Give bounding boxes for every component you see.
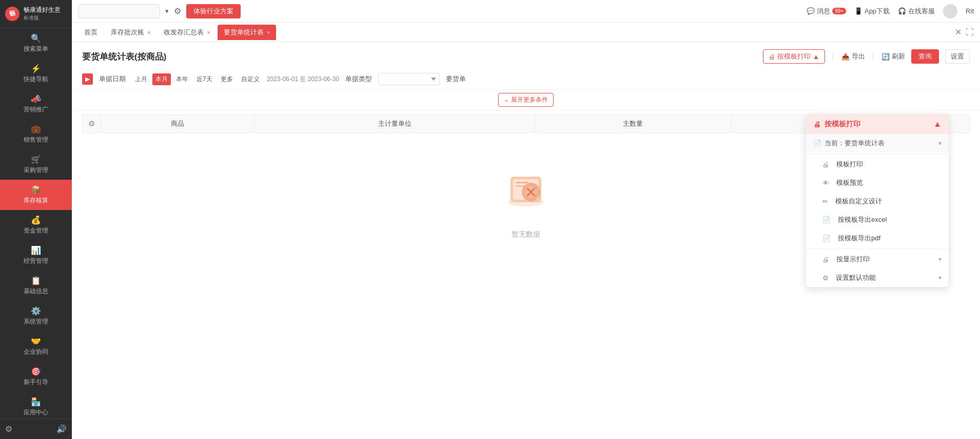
filter-toggle-btn[interactable]: ▶ <box>82 73 93 85</box>
date-this-month[interactable]: 本月 <box>152 73 171 85</box>
date-this-year[interactable]: 本年 <box>173 73 191 85</box>
template-custom-item[interactable]: ✏ 模板自定义设计 <box>806 192 949 211</box>
query-btn[interactable]: 查询 <box>911 49 939 64</box>
tabs-expand-btn[interactable]: ⛶ <box>966 27 974 37</box>
sidebar-item-label: 系统管理 <box>24 317 48 326</box>
print-dropdown-close-btn[interactable]: ▲ <box>933 120 942 129</box>
type-filter-label: 单据类型 <box>345 74 372 84</box>
print-dropdown-title-group: 🖨 按模板打印 <box>813 120 860 129</box>
app-download-btn[interactable]: 📱 App下载 <box>854 7 890 16</box>
tab-home[interactable]: 首页 <box>78 25 104 40</box>
template-export-pdf-item[interactable]: 📄 按模板导出pdf <box>806 229 949 247</box>
tab-close-inventory-batch[interactable]: × <box>147 29 150 35</box>
sidebar-item-search[interactable]: 🔍 搜索菜单 <box>0 28 72 59</box>
expand-more-icon: ⌄ <box>504 96 509 103</box>
date-last-month[interactable]: 上月 <box>132 73 150 85</box>
svg-rect-7 <box>516 182 528 183</box>
search-icon: 🔍 <box>31 33 41 43</box>
service-icon: 🎧 <box>898 7 906 15</box>
sidebar-item-finance[interactable]: 💰 资金管理 <box>0 210 72 240</box>
tabs-close-all-btn[interactable]: ✕ <box>955 27 962 37</box>
tab-close-order-stats[interactable]: × <box>267 29 270 35</box>
online-service-btn[interactable]: 🎧 在线客服 <box>898 7 935 16</box>
expand-more-btn[interactable]: ⌄ 展开更多条件 <box>498 93 553 107</box>
date-7days[interactable]: 近7天 <box>193 73 215 85</box>
print-template-btn[interactable]: 🖨 按模板打印 ▲ <box>763 49 825 64</box>
set-default-icon: ⚙ <box>822 274 829 282</box>
sidebar-item-operation[interactable]: 📊 经营管理 <box>0 240 72 271</box>
trial-btn[interactable]: 体验行业方案 <box>186 4 241 18</box>
export-btn[interactable]: 📤 导出 <box>841 52 865 61</box>
topbar-search-input[interactable] <box>78 4 160 18</box>
speaker-icon[interactable]: 🔊 <box>56 424 67 434</box>
tab-receipts-summary[interactable]: 收发存汇总表 × <box>158 25 216 40</box>
sidebar-item-label: 搜索菜单 <box>24 45 48 53</box>
template-custom-icon: ✏ <box>822 198 828 205</box>
purchase-icon: 🛒 <box>31 155 41 164</box>
current-arrow-icon: ▾ <box>938 140 942 147</box>
settings-bottom-icon[interactable]: ⚙ <box>5 424 12 434</box>
template-preview-item[interactable]: 👁 模板预览 <box>806 174 949 192</box>
sidebar-item-appstore[interactable]: 🏪 应用中心 <box>0 392 72 418</box>
export-icon: 📤 <box>841 53 850 61</box>
sidebar-item-label: 新手引导 <box>24 378 48 387</box>
shortcut-icon: ⚡ <box>31 64 41 73</box>
sidebar-item-sales[interactable]: 💼 销售管理 <box>0 119 72 149</box>
marketing-icon: 📣 <box>31 94 41 104</box>
messages-btn[interactable]: 💬 消息 99+ <box>807 7 846 16</box>
export-pdf-icon: 📄 <box>822 235 831 242</box>
appstore-icon: 🏪 <box>31 397 41 407</box>
tab-home-label: 首页 <box>84 28 97 37</box>
messages-label: 消息 <box>817 7 830 16</box>
sidebar-item-label: 企业协同 <box>24 348 48 356</box>
set-default-arrow: ▾ <box>938 274 942 281</box>
sidebar-item-guide[interactable]: 🎯 新手引导 <box>0 361 72 392</box>
main-content: ▾ ⚙ 体验行业方案 💬 消息 99+ 📱 App下载 🎧 在线客服 Rit 首… <box>72 0 980 439</box>
filter-row: ▶ 单据日期 上月 本月 本年 近7天 更多 自定义 2023-06-01 至 … <box>72 69 980 90</box>
sidebar-item-label: 销售管理 <box>24 136 48 144</box>
date-range-display: 2023-06-01 至 2023-06-30 <box>267 75 339 84</box>
sidebar-item-basic[interactable]: 📋 基础信息 <box>0 271 72 301</box>
tab-inventory-batch[interactable]: 库存批次账 × <box>105 25 156 40</box>
template-print-item[interactable]: 🖨 模板打印 <box>806 155 949 174</box>
tab-close-receipts-summary[interactable]: × <box>207 29 210 35</box>
avatar[interactable] <box>943 4 957 18</box>
sidebar-item-inventory[interactable]: 📦 库存核算 <box>0 180 72 210</box>
sidebar-item-shortcut[interactable]: ⚡ 快捷导航 <box>0 59 72 89</box>
cooperation-icon: 🤝 <box>31 336 41 346</box>
print-dropdown-current[interactable]: 📄 当前：要货单统计表 ▾ <box>806 134 949 152</box>
date-more[interactable]: 更多 <box>218 73 236 85</box>
system-icon: ⚙️ <box>31 306 41 316</box>
sidebar-item-purchase[interactable]: 🛒 采购管理 <box>0 149 72 180</box>
refresh-icon: 🔄 <box>881 53 890 61</box>
display-print-label: 按显示打印 <box>836 255 870 264</box>
print-dropdown-header: 🖨 按模板打印 ▲ <box>806 114 949 134</box>
display-print-item[interactable]: 🖨 按显示打印 ▾ <box>806 250 949 269</box>
refresh-label: 刷新 <box>892 52 905 61</box>
svg-rect-8 <box>516 185 525 187</box>
sidebar-item-system[interactable]: ⚙️ 系统管理 <box>0 301 72 331</box>
logo-title: 畅康通好生意 <box>24 6 61 14</box>
type-select[interactable] <box>378 73 440 85</box>
set-default-item[interactable]: ⚙ 设置默认功能 ▾ <box>806 269 949 287</box>
sidebar-item-cooperation[interactable]: 🤝 企业协同 <box>0 331 72 361</box>
divider <box>806 154 949 154</box>
date-custom[interactable]: 自定义 <box>238 73 263 85</box>
sidebar-item-marketing[interactable]: 📣 营销推广 <box>0 89 72 119</box>
page: 要货单统计表(按商品) 🖨 按模板打印 ▲ │ 📤 导出 │ 🔄 刷新 查询 <box>72 42 980 439</box>
tab-order-stats[interactable]: 要货单统计表 × <box>218 25 276 40</box>
current-icon: 📄 <box>813 140 821 147</box>
topbar-dropdown-btn[interactable]: ▾ <box>165 7 169 15</box>
template-preview-icon: 👁 <box>822 179 829 187</box>
template-export-excel-item[interactable]: 📄 按模板导出excel <box>806 211 949 229</box>
divider1: │ <box>831 53 835 61</box>
topbar-gear-icon[interactable]: ⚙ <box>174 6 181 16</box>
display-print-icon: 🖨 <box>822 256 829 263</box>
chevron-up-icon: ▲ <box>813 53 819 61</box>
column-settings-icon[interactable]: ⚙ <box>88 119 95 128</box>
settings-btn[interactable]: 设置 <box>945 49 970 64</box>
topbar: ▾ ⚙ 体验行业方案 💬 消息 99+ 📱 App下载 🎧 在线客服 Rit <box>72 0 980 23</box>
refresh-btn[interactable]: 🔄 刷新 <box>881 52 905 61</box>
date-filter-label: 单据日期 <box>99 74 126 84</box>
th-goods: 商品 <box>101 115 254 133</box>
